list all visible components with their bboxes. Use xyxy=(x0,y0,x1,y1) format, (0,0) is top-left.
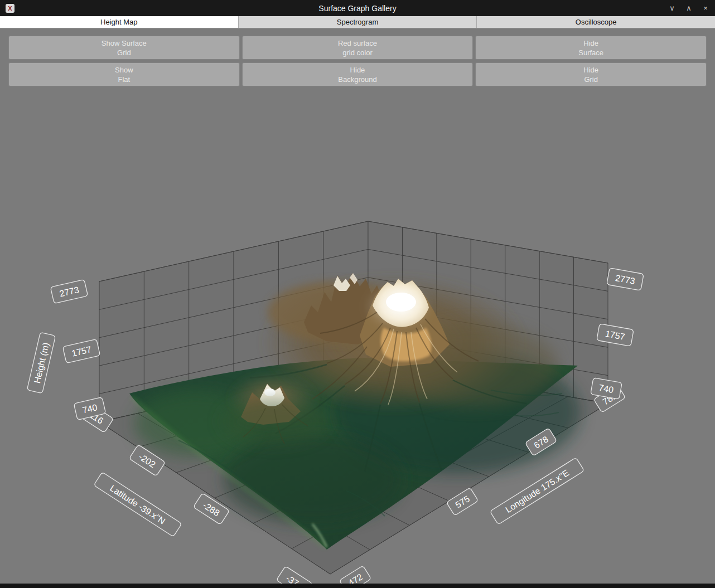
svg-text:Longitude 175.x''E: Longitude 175.x''E xyxy=(504,468,571,515)
tab-oscilloscope[interactable]: Oscilloscope xyxy=(477,16,715,28)
show-flat-button[interactable]: Show Flat xyxy=(8,62,240,86)
app-icon: X xyxy=(6,4,15,13)
app-window: -116 -202 -288 -374 Latitude -39.x''N 78… xyxy=(0,0,715,588)
height-tick-label: 2773 xyxy=(607,268,644,290)
window-bottom-edge xyxy=(0,584,715,588)
hide-background-button[interactable]: Hide Background xyxy=(242,62,474,86)
surface-3d-viewport[interactable]: -116 -202 -288 -374 Latitude -39.x''N 78… xyxy=(0,0,715,588)
height-axis-title: Height (m) xyxy=(27,332,55,393)
show-surface-grid-button[interactable]: Show Surface Grid xyxy=(8,36,240,60)
surface-grid-color-button[interactable]: Red surface grid color xyxy=(242,36,474,60)
titlebar: X Surface Graph Gallery ∨ ∧ × xyxy=(0,0,715,16)
hide-grid-button[interactable]: Hide Grid xyxy=(475,62,707,86)
close-icon[interactable]: × xyxy=(702,4,709,12)
tab-height-map[interactable]: Height Map xyxy=(0,16,239,28)
height-tick-label: 2773 xyxy=(50,279,88,303)
height-tick-label: 1757 xyxy=(62,339,100,363)
tab-spectrogram[interactable]: Spectrogram xyxy=(239,16,477,28)
svg-text:Latitude -39.x''N: Latitude -39.x''N xyxy=(108,483,167,526)
window-controls: ∨ ∧ × xyxy=(668,4,709,12)
shade-icon[interactable]: ∨ xyxy=(668,4,676,12)
graph-controls: Show Surface Grid Red surface grid color… xyxy=(8,36,707,86)
latitude-axis-title: Latitude -39.x''N xyxy=(94,472,182,537)
maximize-icon[interactable]: ∧ xyxy=(685,4,693,12)
tab-bar: Height Map Spectrogram Oscilloscope xyxy=(0,16,715,28)
window-title: Surface Graph Gallery xyxy=(0,4,715,13)
hide-surface-button[interactable]: Hide Surface xyxy=(475,36,707,60)
